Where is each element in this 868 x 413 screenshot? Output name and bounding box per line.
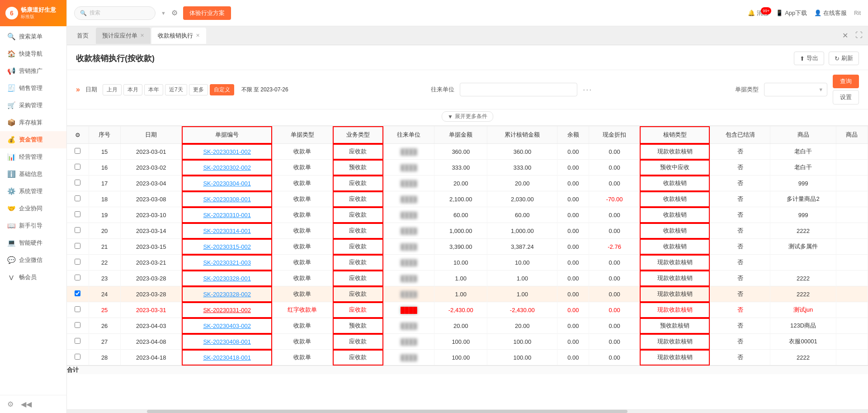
voucher-no-cell[interactable]: SK-20230321-003 [182, 255, 272, 271]
partner-filter-input[interactable] [460, 83, 577, 96]
voucher-no-cell[interactable]: SK-20230304-001 [182, 176, 272, 191]
solution-button[interactable]: 体验行业方案 [183, 6, 231, 20]
biz-type-cell: 应收款 [333, 144, 383, 160]
footer-data [120, 366, 868, 374]
row-checkbox[interactable] [75, 338, 80, 344]
topbar-search-box[interactable]: 🔍 搜索 [74, 6, 156, 20]
tab-writeoff[interactable]: 收款核销执行 ✕ [151, 28, 206, 44]
last-7days-btn[interactable]: 近7天 [165, 84, 187, 95]
sidebar-item-collab[interactable]: 🤝 企业协同 [0, 200, 66, 217]
voucher-type-select[interactable]: ▼ [764, 83, 827, 96]
topbar-actions: 🔔 消息 99+ 📱 App下载 👤 在线客服 Rit [748, 9, 861, 17]
row-checkbox[interactable] [75, 227, 80, 233]
row-checkbox[interactable] [75, 322, 80, 328]
table-cell: 2023-04-18 [120, 350, 182, 366]
sidebar-item-inventory[interactable]: 📦 库存核算 [0, 114, 66, 131]
filter-settings-button[interactable]: 设置 [833, 90, 859, 104]
write-off-type-cell: 现款收款核销 [640, 334, 710, 350]
table-cell: 1.00 [487, 286, 557, 302]
sidebar-item-marketing[interactable]: 📢 营销推广 [0, 62, 66, 80]
voucher-no-cell[interactable]: SK-20230328-002 [182, 286, 272, 302]
filter-toggle-button[interactable]: » [76, 85, 80, 94]
this-year-btn[interactable]: 本年 [144, 84, 163, 95]
maximize-icon[interactable]: ⛶ [854, 29, 864, 42]
collapse-icon[interactable]: ◀◀ [21, 400, 32, 408]
table-cell: 23 [89, 271, 120, 286]
sidebar-item-wechat[interactable]: 💬 企业微信 [0, 252, 66, 269]
sidebar-item-guide[interactable]: 📖 新手引导 [0, 217, 66, 234]
row-checkbox[interactable] [75, 243, 80, 249]
table-cell [67, 191, 89, 207]
row-checkbox[interactable] [75, 211, 80, 217]
this-month-btn[interactable]: 本月 [123, 84, 142, 95]
row-checkbox[interactable] [75, 180, 80, 185]
messages-button[interactable]: 🔔 消息 99+ [748, 9, 769, 17]
table-cell: ████ [383, 160, 434, 176]
tabbar: 首页 预计应应付单 ✕ 收款核销执行 ✕ ✕ ⛶ [67, 26, 868, 45]
table-cell: 20.00 [434, 318, 487, 334]
settings-icon[interactable]: ⚙ [7, 400, 14, 408]
query-button[interactable]: 查询 [833, 75, 859, 88]
sidebar-item-operations[interactable]: 📊 经营管理 [0, 148, 66, 166]
expand-filter-button[interactable]: ▼ 展开更多条件 [442, 111, 493, 122]
table-cell: 2023-04-03 [120, 318, 182, 334]
sidebar-item-label: 智能硬件 [19, 239, 42, 247]
close-tab-icon[interactable]: ✕ [840, 29, 850, 42]
tab-home[interactable]: 首页 [71, 28, 95, 44]
table-row: 182023-03-08SK-20230308-001收款单应收款████2,1… [67, 191, 868, 207]
col-config[interactable]: ⚙ [67, 126, 89, 144]
sidebar-item-finance[interactable]: 💰 资金管理 [0, 131, 66, 148]
voucher-no-cell[interactable]: SK-20230408-001 [182, 334, 272, 350]
voucher-no-cell[interactable]: SK-20230403-002 [182, 318, 272, 334]
table-container[interactable]: ⚙ 序号 日期 单据编号 单据类型 业务类型 往来单位 单据金额 累计核销金额 … [67, 126, 868, 409]
row-checkbox[interactable] [75, 354, 80, 360]
voucher-no-cell[interactable]: SK-20230314-001 [182, 223, 272, 239]
table-cell: 2023-04-08 [120, 334, 182, 350]
table-cell: 收款单 [272, 334, 333, 350]
row-checkbox[interactable] [75, 275, 80, 280]
app-download-button[interactable]: 📱 App下载 [776, 9, 807, 17]
custom-date-btn[interactable]: 自定义 [210, 84, 234, 95]
row-checkbox[interactable] [75, 306, 80, 312]
voucher-no-cell[interactable]: SK-20230328-001 [182, 271, 272, 286]
row-checkbox[interactable] [75, 148, 80, 154]
table-cell [836, 271, 868, 286]
table-cell: 0.00 [557, 255, 589, 271]
row-checkbox[interactable] [75, 164, 80, 170]
table-cell [67, 176, 89, 191]
tab-prepayment-close[interactable]: ✕ [140, 33, 144, 38]
row-checkbox[interactable] [75, 290, 80, 296]
horizontal-scrollbar[interactable] [67, 409, 868, 413]
write-off-type-cell: 现款收款核销 [640, 286, 710, 302]
sidebar-item-system[interactable]: ⚙️ 系统管理 [0, 183, 66, 200]
gear-icon[interactable]: ⚙ [171, 9, 178, 17]
row-checkbox[interactable] [75, 195, 80, 201]
last-month-btn[interactable]: 上月 [103, 84, 122, 95]
table-cell: 25 [89, 302, 120, 318]
sidebar-item-purchase[interactable]: 🛒 采购管理 [0, 97, 66, 114]
sidebar-item-sales[interactable]: 🧾 销售管理 [0, 80, 66, 97]
row-checkbox[interactable] [75, 259, 80, 265]
more-date-btn[interactable]: 更多 [189, 84, 208, 95]
sidebar-item-member[interactable]: V 畅会员 [0, 269, 66, 286]
voucher-no-cell[interactable]: SK-20230308-001 [182, 191, 272, 207]
tab-writeoff-close[interactable]: ✕ [196, 33, 200, 38]
sidebar-item-quick-nav[interactable]: 🏠 快捷导航 [0, 45, 66, 62]
biz-type-cell: 应收款 [333, 286, 383, 302]
online-service-button[interactable]: 👤 在线客服 [814, 9, 847, 17]
voucher-no-cell[interactable]: SK-20230310-001 [182, 207, 272, 223]
sidebar-item-search[interactable]: 🔍 搜索菜单 [0, 28, 66, 45]
voucher-no-cell[interactable]: SK-20230418-001 [182, 350, 272, 366]
tab-prepayment[interactable]: 预计应应付单 ✕ [96, 28, 151, 44]
table-cell: 收款单 [272, 239, 333, 255]
table-cell: 24 [89, 286, 120, 302]
voucher-no-cell[interactable]: SK-20230301-002 [182, 144, 272, 160]
refresh-button[interactable]: ↻ 刷新 [829, 52, 859, 65]
table-cell [770, 255, 836, 271]
export-button[interactable]: ⬆ 导出 [794, 52, 824, 65]
sidebar-item-basic[interactable]: ℹ️ 基础信息 [0, 166, 66, 183]
voucher-no-cell[interactable]: SK-20230331-002 [182, 302, 272, 318]
voucher-no-cell[interactable]: SK-20230302-002 [182, 160, 272, 176]
sidebar-item-hardware[interactable]: 💻 智能硬件 [0, 234, 66, 252]
voucher-no-cell[interactable]: SK-20230315-002 [182, 239, 272, 255]
